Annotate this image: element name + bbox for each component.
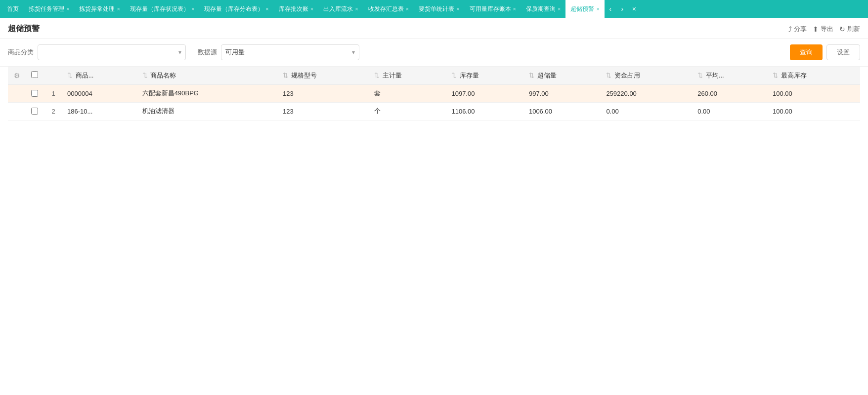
select-all-checkbox[interactable] [31,71,38,78]
refresh-button[interactable]: ↻ 刷新 [839,25,860,34]
tab-order-stats[interactable]: 要货单统计表 × [414,0,464,18]
row-product-name: 机油滤清器 [138,102,279,120]
filter-actions: 查询 设置 [790,44,860,60]
row-unit: 个 [370,102,447,120]
close-icon[interactable]: × [558,6,561,12]
col-index-header [43,67,63,84]
tab-stock-dist[interactable]: 现存量（库存分布表） × [199,0,273,18]
row-stock: 1106.00 [447,102,524,120]
datasource-select[interactable]: 可用量 ▾ [221,44,359,60]
col-max-stock-header[interactable]: ⇅ 最高库存 [769,67,860,84]
sort-icon: ⇅ [283,72,288,79]
nav-close-arrow[interactable]: × [628,0,640,18]
row-checkbox[interactable] [31,90,38,97]
category-select[interactable]: ▾ [38,44,186,60]
row-product-code: 0000004 [63,84,138,102]
top-nav: 首页 拣货任务管理 × 拣货异常处理 × 现存量（库存状况表） × 现存量（库存… [0,0,868,18]
sort-icon: ⇅ [451,72,457,79]
col-capital-header[interactable]: ⇅ 资金占用 [602,67,694,84]
tab-recv-send[interactable]: 收发存汇总表 × [363,0,414,18]
settings-button[interactable]: 设置 [826,44,860,60]
row-settings-cell [8,84,26,102]
close-icon[interactable]: × [66,6,69,12]
row-settings-cell [8,102,26,120]
datasource-filter: 数据源 可用量 ▾ [198,44,359,60]
row-overstock: 1006.00 [525,102,602,120]
row-capital: 259220.00 [602,84,694,102]
page-title: 超储预警 [8,24,40,34]
sort-icon: ⇅ [529,72,534,79]
query-button[interactable]: 查询 [790,44,823,60]
close-icon[interactable]: × [191,6,194,12]
row-unit: 套 [370,84,447,102]
share-icon: ⤴ [788,25,792,33]
col-unit-header[interactable]: ⇅ 主计量 [370,67,447,84]
tab-home[interactable]: 首页 [2,0,24,18]
table-row: 1 0000004 六配套新昌490BPG 123 套 1097.00 997.… [8,84,860,102]
table-body: 1 0000004 六配套新昌490BPG 123 套 1097.00 997.… [8,84,860,120]
header-actions: ⤴ 分享 ⬆ 导出 ↻ 刷新 [788,25,860,34]
col-overstock-header[interactable]: ⇅ 超储量 [525,67,602,84]
row-index: 2 [43,102,63,120]
col-settings[interactable]: ⚙ [8,67,26,84]
row-stock: 1097.00 [447,84,524,102]
row-max-stock: 100.00 [769,84,860,102]
close-icon[interactable]: × [355,6,358,12]
datasource-value: 可用量 [225,48,245,57]
tab-quality-check[interactable]: 保质期查询 × [521,0,565,18]
chevron-down-icon: ▾ [352,49,355,56]
row-spec: 123 [279,84,370,102]
tab-avail-account[interactable]: 可用量库存账本 × [465,0,521,18]
page-header: 超储预警 ⤴ 分享 ⬆ 导出 ↻ 刷新 [0,18,868,39]
settings-gear-icon[interactable]: ⚙ [14,72,20,79]
sort-icon: ⇅ [67,72,73,79]
col-stock-header[interactable]: ⇅ 库存量 [447,67,524,84]
close-icon[interactable]: × [456,6,459,12]
filter-area: 商品分类 ▾ 数据源 可用量 ▾ 查询 设置 [0,39,868,67]
row-product-name: 六配套新昌490BPG [138,84,279,102]
col-spec-header[interactable]: ⇅ 规格型号 [279,67,370,84]
sort-icon: ⇅ [773,72,778,79]
row-checkbox-cell[interactable] [26,84,43,102]
tab-abnormal[interactable]: 拣货异常处理 × [74,0,125,18]
close-icon[interactable]: × [513,6,516,12]
close-icon[interactable]: × [310,6,313,12]
table-container: ⚙ ⇅ 商品... ⇅ 商品名称 ⇅ [0,67,868,120]
table-header-row: ⚙ ⇅ 商品... ⇅ 商品名称 ⇅ [8,67,860,84]
row-avg: 0.00 [694,102,769,120]
row-product-code: 186-10... [63,102,138,120]
table-row: 2 186-10... 机油滤清器 123 个 1106.00 1006.00 … [8,102,860,120]
close-icon[interactable]: × [596,6,599,12]
row-avg: 260.00 [694,84,769,102]
row-spec: 123 [279,102,370,120]
sort-icon: ⇅ [606,72,611,79]
row-capital: 0.00 [602,102,694,120]
close-icon[interactable]: × [117,6,120,12]
nav-left-arrow[interactable]: ‹ [605,0,616,18]
nav-right-arrow[interactable]: › [616,0,628,18]
col-product-name-header[interactable]: ⇅ 商品名称 [138,67,279,84]
tab-in-out-flow[interactable]: 出入库流水 × [318,0,363,18]
col-product-code-header[interactable]: ⇅ 商品... [63,67,138,84]
sort-icon: ⇅ [142,72,148,79]
row-index: 1 [43,84,63,102]
row-checkbox-cell[interactable] [26,102,43,120]
refresh-icon: ↻ [839,25,845,33]
datasource-label: 数据源 [198,48,217,57]
sort-icon: ⇅ [697,72,703,79]
tab-overstock[interactable]: 超储预警 × [565,0,604,18]
col-checkbox-header[interactable] [26,67,43,84]
tab-batch-account[interactable]: 库存批次账 × [274,0,318,18]
category-label: 商品分类 [8,48,34,57]
data-table: ⚙ ⇅ 商品... ⇅ 商品名称 ⇅ [8,67,860,120]
tab-task-mgmt[interactable]: 拣货任务管理 × [24,0,74,18]
share-button[interactable]: ⤴ 分享 [788,25,807,34]
close-icon[interactable]: × [406,6,409,12]
row-max-stock: 100.00 [769,102,860,120]
close-icon[interactable]: × [265,6,268,12]
row-overstock: 997.00 [525,84,602,102]
row-checkbox[interactable] [31,108,38,115]
col-avg-header[interactable]: ⇅ 平均... [694,67,769,84]
tab-stock-status[interactable]: 现存量（库存状况表） × [125,0,199,18]
export-button[interactable]: ⬆ 导出 [813,25,833,34]
